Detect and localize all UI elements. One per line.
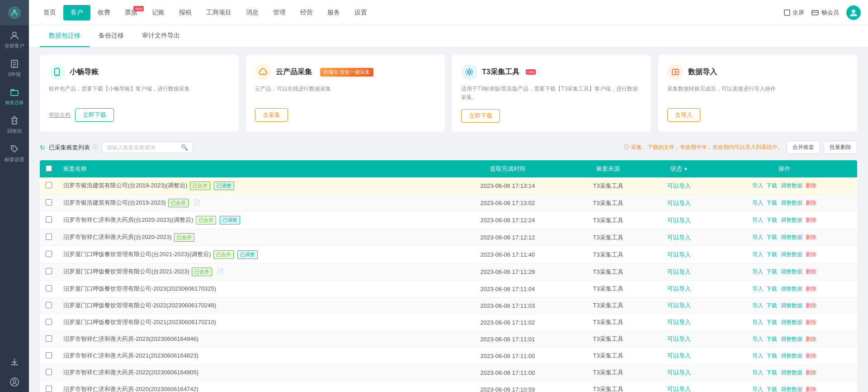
adjust-data-action[interactable]: 调整数据 (781, 336, 802, 342)
sidebar-item-user[interactable] (0, 372, 29, 392)
delete-action[interactable]: 删除 (806, 302, 816, 309)
delete-action[interactable]: 删除 (806, 286, 816, 292)
nav-item-client[interactable]: 客户 (63, 5, 90, 20)
delete-action[interactable]: 删除 (806, 369, 816, 376)
download-action[interactable]: 下载 (766, 369, 777, 376)
import-action[interactable]: 导入 (752, 268, 763, 275)
subtab-audit-export[interactable]: 审计文件导出 (133, 25, 189, 47)
import-action[interactable]: 导入 (752, 302, 763, 309)
adjust-data-action[interactable]: 调整数据 (781, 234, 802, 240)
delete-action[interactable]: 删除 (806, 251, 816, 258)
download-action[interactable]: 下载 (766, 319, 777, 325)
sidebar-item-report[interactable]: 0申报 (0, 54, 29, 82)
download-action[interactable]: 下载 (766, 217, 777, 223)
import-action[interactable]: 导入 (752, 353, 763, 359)
sidebar-item-label-settings[interactable]: 标签设置 (0, 139, 29, 167)
download-action[interactable]: 下载 (766, 386, 777, 392)
import-action[interactable]: 导入 (752, 369, 763, 376)
import-action[interactable]: 导入 (752, 251, 763, 258)
delete-action[interactable]: 删除 (806, 353, 816, 359)
import-action[interactable]: 导入 (752, 200, 763, 206)
import-action[interactable]: 导入 (752, 336, 763, 342)
nav-item-business[interactable]: 工商项目 (199, 5, 239, 20)
delete-action[interactable]: 删除 (806, 182, 816, 189)
nav-item-message[interactable]: 消息 (239, 5, 266, 20)
member-btn[interactable]: 畅会员 (811, 9, 839, 17)
subtab-backup-migration[interactable]: 备份迁移 (90, 25, 133, 47)
row-checkbox[interactable] (46, 216, 52, 223)
adjust-data-action[interactable]: 调整数据 (781, 182, 802, 189)
nav-item-operation[interactable]: 经营 (293, 5, 320, 20)
row-checkbox[interactable] (46, 182, 52, 188)
search-input[interactable] (107, 144, 179, 151)
batch-delete-btn[interactable]: 批量删除 (824, 141, 857, 154)
row-checkbox[interactable] (46, 352, 52, 359)
import-action[interactable]: 导入 (752, 217, 763, 223)
adjust-data-action[interactable]: 调整数据 (781, 286, 802, 292)
row-checkbox[interactable] (46, 369, 52, 375)
nav-item-tax[interactable]: 报税 (172, 5, 199, 20)
delete-action[interactable]: 删除 (806, 336, 816, 342)
fullscreen-btn[interactable]: 全屏 (784, 9, 805, 17)
row-checkbox[interactable] (46, 234, 52, 240)
row-checkbox[interactable] (46, 285, 52, 292)
download-action[interactable]: 下载 (766, 353, 777, 359)
delete-action[interactable]: 删除 (806, 200, 816, 206)
download-action[interactable]: 下载 (766, 182, 777, 189)
download-action[interactable]: 下载 (766, 268, 777, 275)
sidebar-item-download[interactable] (0, 352, 29, 372)
subtab-data-migration[interactable]: 数据包迁移 (40, 25, 90, 47)
sidebar-item-all-clients[interactable]: 全部客户 (0, 25, 29, 54)
import-action[interactable]: 导入 (752, 319, 763, 325)
download-action[interactable]: 下载 (766, 336, 777, 342)
row-checkbox[interactable] (46, 302, 52, 308)
search-box[interactable]: 🔍 (102, 142, 193, 153)
sidebar-item-account-migration[interactable]: 账套迁移 (0, 82, 29, 110)
import-action[interactable]: 导入 (752, 234, 763, 240)
nav-item-ticket[interactable]: 票据 new (118, 5, 145, 20)
adjust-data-action[interactable]: 调整数据 (781, 251, 802, 258)
merge-accounts-btn[interactable]: 合并账套 (787, 141, 820, 154)
delete-action[interactable]: 删除 (806, 268, 816, 275)
nav-item-bookkeeping[interactable]: 记账 (145, 5, 172, 20)
import-btn[interactable]: 去导入 (667, 108, 700, 122)
row-checkbox[interactable] (46, 319, 52, 325)
collect-btn[interactable]: 去采集 (255, 108, 288, 122)
col-status[interactable]: 状态 (647, 160, 712, 177)
download-action[interactable]: 下载 (766, 302, 777, 309)
adjust-data-action[interactable]: 调整数据 (781, 319, 802, 325)
row-checkbox[interactable] (46, 199, 52, 206)
nav-item-settings[interactable]: 设置 (347, 5, 374, 20)
adjust-data-action[interactable]: 调整数据 (781, 369, 802, 376)
nav-item-manage[interactable]: 管理 (266, 5, 293, 20)
row-checkbox[interactable] (46, 251, 52, 257)
download-action[interactable]: 下载 (766, 200, 777, 206)
adjust-data-action[interactable]: 调整数据 (781, 217, 802, 223)
delete-action[interactable]: 删除 (806, 319, 816, 325)
nav-item-fee[interactable]: 收费 (90, 5, 118, 20)
row-checkbox[interactable] (46, 268, 52, 274)
import-action[interactable]: 导入 (752, 386, 763, 392)
row-checkbox[interactable] (46, 386, 52, 392)
download-btn[interactable]: 立即下载 (75, 108, 114, 122)
delete-action[interactable]: 删除 (806, 386, 816, 392)
help-doc-link[interactable]: 帮助文档 (49, 111, 71, 119)
import-action[interactable]: 导入 (752, 182, 763, 189)
row-checkbox[interactable] (46, 335, 52, 342)
refresh-icon[interactable]: ↻ (40, 144, 45, 151)
download-action[interactable]: 下载 (766, 251, 777, 258)
adjust-data-action[interactable]: 调整数据 (781, 200, 802, 206)
t3-download-btn[interactable]: 立即下载 (461, 109, 500, 123)
delete-action[interactable]: 删除 (806, 217, 816, 223)
delete-action[interactable]: 删除 (806, 234, 816, 240)
adjust-data-action[interactable]: 调整数据 (781, 302, 802, 309)
search-icon[interactable]: 🔍 (181, 144, 188, 151)
user-avatar[interactable] (846, 5, 861, 20)
adjust-data-action[interactable]: 调整数据 (781, 268, 802, 275)
nav-item-home[interactable]: 首页 (36, 5, 63, 20)
select-all-checkbox[interactable] (46, 165, 52, 172)
adjust-data-action[interactable]: 调整数据 (781, 386, 802, 392)
import-action[interactable]: 导入 (752, 286, 763, 292)
adjust-data-action[interactable]: 调整数据 (781, 353, 802, 359)
download-action[interactable]: 下载 (766, 286, 777, 292)
